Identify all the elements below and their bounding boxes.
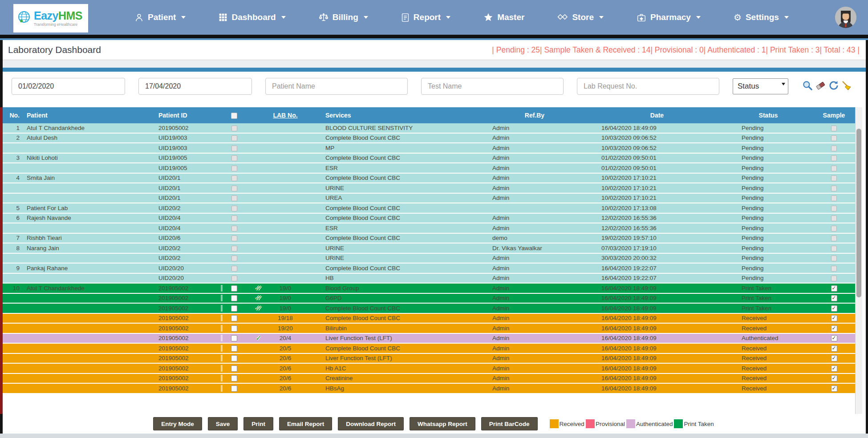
row-select-checkbox[interactable] (231, 365, 237, 372)
row-sample-checkbox[interactable] (831, 335, 837, 341)
footer-button-email-report[interactable]: Email Report (279, 417, 332, 430)
nav-item-dashboard[interactable]: Dashboard (219, 12, 285, 22)
row-select-checkbox[interactable] (231, 126, 237, 131)
row-select-checkbox[interactable] (231, 135, 237, 141)
refresh-icon[interactable] (828, 80, 840, 93)
date-from-input[interactable] (12, 78, 125, 95)
row-sample-checkbox[interactable] (831, 305, 837, 312)
footer-button-whatsapp-report[interactable]: Whatsapp Report (410, 417, 475, 430)
table-row[interactable]: UID20/20 HB Admin 16/04/2020 19:22:07 Pe… (3, 274, 855, 284)
date-to-input[interactable] (138, 78, 252, 95)
table-row[interactable]: 1 Atul T Chandankhede 201905002 BLOOD CU… (3, 123, 855, 134)
row-select-checkbox[interactable] (231, 315, 237, 321)
row-select-checkbox[interactable] (231, 335, 237, 341)
row-select-checkbox[interactable] (231, 195, 237, 201)
table-row[interactable]: UID19/003 MP Admin 10/03/2020 09:06:52 P… (3, 143, 855, 154)
table-row[interactable]: 201905002 19/20 Bilirubin Admin 16/04/20… (3, 324, 855, 334)
test-name-input[interactable] (421, 78, 564, 95)
row-select-checkbox[interactable] (231, 266, 237, 272)
footer-button-save[interactable]: Save (208, 417, 238, 430)
table-row[interactable]: 7 Rishbh Tieari UID20/6 Complete Blood C… (3, 234, 855, 244)
row-sample-checkbox[interactable] (831, 256, 837, 261)
nav-item-settings[interactable]: ⚙ Settings (734, 12, 789, 22)
status-dropdown[interactable]: Status (733, 78, 788, 94)
row-sample-checkbox[interactable] (831, 166, 837, 171)
table-row[interactable]: 4 Smita Jain UID20/1 Complete Blood Coun… (3, 174, 855, 184)
row-select-checkbox[interactable] (231, 186, 237, 191)
table-scrollbar[interactable] (855, 107, 862, 414)
row-select-checkbox[interactable] (231, 295, 237, 301)
nav-item-billing[interactable]: Billing (319, 12, 368, 22)
table-row[interactable]: 201905002 ✓ 20/4 Liver Function Test (LF… (3, 334, 855, 344)
row-select-checkbox[interactable] (231, 175, 237, 181)
app-logo[interactable]: EazyHMS Transforming eHealthcare (13, 4, 88, 32)
row-sample-checkbox[interactable] (831, 365, 837, 372)
table-row[interactable]: 201905002 20/6 Liver Function Test (LFT)… (3, 354, 855, 364)
footer-button-print[interactable]: Print (243, 417, 273, 430)
table-row[interactable]: UID19/005 ESR Admin 01/02/2020 09:50:01 … (3, 163, 855, 174)
table-row[interactable]: 201905002 19/18 Complete Blood Count CBC… (3, 314, 855, 324)
row-sample-checkbox[interactable] (831, 226, 837, 231)
row-sample-checkbox[interactable] (831, 285, 837, 292)
lab-request-input[interactable] (577, 78, 719, 95)
row-sample-checkbox[interactable] (831, 276, 837, 281)
table-row[interactable]: 201905002 ✓✓ 19/0 Complete Blood Count C… (3, 304, 855, 314)
row-sample-checkbox[interactable] (831, 355, 837, 361)
row-sample-checkbox[interactable] (831, 235, 837, 241)
footer-button-print-barcode[interactable]: Print BarCode (481, 417, 538, 430)
row-sample-checkbox[interactable] (831, 315, 837, 321)
row-select-checkbox[interactable] (231, 155, 237, 161)
table-row[interactable]: 2 Atulul Desh UID19/003 Complete Blood C… (3, 134, 855, 144)
table-row[interactable]: 201905002 20/5 Complete Blood Count CBC … (3, 344, 855, 354)
row-select-checkbox[interactable] (231, 345, 237, 352)
select-all-checkbox[interactable] (231, 113, 237, 119)
table-row[interactable]: 5 Patient For Lab UID20/2 Complete Blood… (3, 203, 855, 214)
nav-item-store[interactable]: Store (557, 12, 604, 22)
table-row[interactable]: 8 Narang Jain UID20/2 URINE Dr. Vikas Ya… (3, 243, 855, 254)
nav-item-report[interactable]: Report (401, 12, 450, 22)
row-sample-checkbox[interactable] (831, 175, 837, 181)
row-sample-checkbox[interactable] (831, 155, 837, 161)
row-select-checkbox[interactable] (231, 206, 237, 211)
row-select-checkbox[interactable] (231, 235, 237, 241)
table-row[interactable]: 201905002 20/6 HBsAg Admin 16/04/2020 18… (3, 384, 855, 394)
footer-button-entry-mode[interactable]: Entry Mode (153, 417, 202, 430)
table-row[interactable]: 6 Rajesh Navande UID20/4 Complete Blood … (3, 214, 855, 224)
user-avatar[interactable] (835, 7, 856, 28)
search-icon[interactable] (802, 80, 813, 93)
table-row[interactable]: 9 Pankaj Rahane UID20/20 Complete Blood … (3, 264, 855, 274)
row-select-checkbox[interactable] (231, 285, 237, 292)
table-row[interactable]: 201905002 20/6 Hb A1C Admin 16/04/2020 1… (3, 364, 855, 374)
nav-item-pharmacy[interactable]: Pharmacy (637, 12, 701, 22)
broom-icon[interactable] (841, 80, 852, 93)
row-sample-checkbox[interactable] (831, 385, 837, 392)
row-select-checkbox[interactable] (231, 166, 237, 171)
table-row[interactable]: 201905002 ✓✓ 19/0 G6PD Admin 16/04/2020 … (3, 294, 855, 304)
nav-item-master[interactable]: Master (483, 12, 524, 22)
lab-no-sort-link[interactable]: LAB No. (273, 112, 297, 119)
row-select-checkbox[interactable] (231, 215, 237, 221)
row-select-checkbox[interactable] (231, 256, 237, 261)
row-select-checkbox[interactable] (231, 276, 237, 281)
table-row[interactable]: UID20/2 URINE Admin 30/03/2020 20:00:32 … (3, 254, 855, 264)
row-select-checkbox[interactable] (231, 385, 237, 392)
row-sample-checkbox[interactable] (831, 126, 837, 131)
row-sample-checkbox[interactable] (831, 345, 837, 352)
row-sample-checkbox[interactable] (831, 325, 837, 332)
row-select-checkbox[interactable] (231, 305, 237, 312)
row-sample-checkbox[interactable] (831, 215, 837, 221)
row-select-checkbox[interactable] (231, 355, 237, 361)
table-row[interactable]: 3 Nikiti Lohoti UID19/005 Complete Blood… (3, 154, 855, 164)
row-sample-checkbox[interactable] (831, 375, 837, 381)
eraser-icon[interactable] (815, 80, 826, 93)
row-select-checkbox[interactable] (231, 325, 237, 332)
table-row[interactable]: UID20/4 ESR Admin 12/02/2020 16:55:36 Pe… (3, 223, 855, 234)
row-select-checkbox[interactable] (231, 246, 237, 251)
row-sample-checkbox[interactable] (831, 246, 837, 251)
row-sample-checkbox[interactable] (831, 266, 837, 272)
table-row[interactable]: 201905002 20/6 Creatinine Admin 16/04/20… (3, 374, 855, 384)
row-sample-checkbox[interactable] (831, 146, 837, 151)
row-select-checkbox[interactable] (231, 375, 237, 381)
scrollbar-thumb[interactable] (856, 129, 861, 297)
table-row[interactable]: UID20/1 UREA Admin 10/02/2020 17:10:21 P… (3, 194, 855, 204)
